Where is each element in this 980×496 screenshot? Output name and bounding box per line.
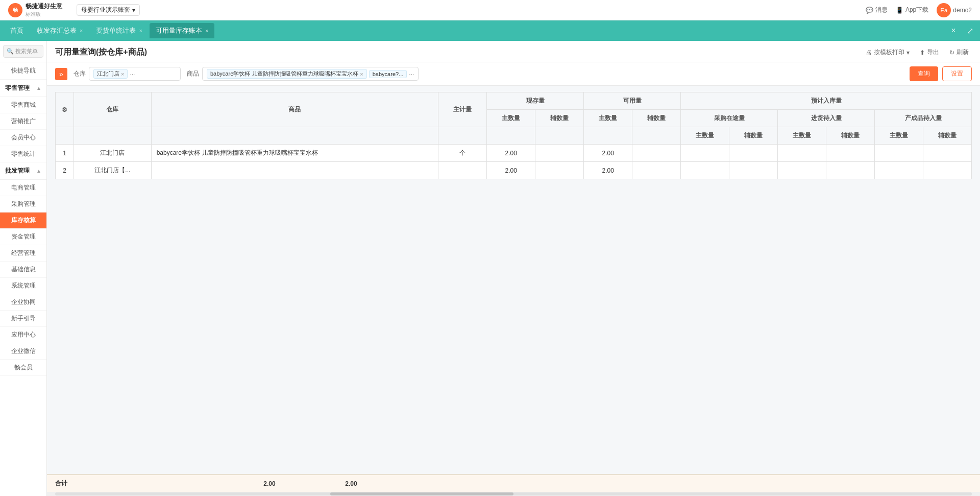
cell-index: 1 (56, 145, 74, 162)
refresh-btn[interactable]: ↻ 刷新 (946, 47, 972, 58)
store-label: 母婴行业演示账套 (81, 6, 130, 14)
th-empty1 (56, 127, 74, 145)
print-btn[interactable]: 🖨 按模板打印 ▾ (863, 47, 913, 58)
sidebar-item-system[interactable]: 系统管理 (0, 278, 46, 294)
sidebar-search-btn[interactable]: 🔍 搜索菜单 (3, 45, 43, 58)
product-filter-group: 商品 babycare学饮杯 儿童防摔防撞吸管杯重力球吸嘴杯宝宝水杯 × bab… (187, 67, 419, 81)
tab-yaohuo-label: 要货单统计表 (96, 26, 136, 35)
footer-stock-total: 2.00 (249, 480, 290, 487)
tab-home[interactable]: 首页 (4, 26, 30, 35)
th-prod-main: 主数量 (875, 127, 923, 145)
product-filter-tag2: babycare?... (369, 70, 407, 78)
th-avail-aux: 辅数量 (632, 110, 681, 127)
cell-incoming-main (778, 162, 826, 179)
cell-avail-aux (632, 145, 681, 162)
store-selector[interactable]: 母婴行业演示账套 ▾ (77, 4, 140, 16)
table-row: 1 江北门店 babycare学饮杯 儿童防摔防撞吸管杯重力球吸嘴杯宝宝水杯 个… (56, 145, 972, 162)
sidebar-item-enterprise[interactable]: 企业协同 (0, 294, 46, 311)
th-available: 可用量 (584, 92, 681, 110)
user-menu[interactable]: Ea demo2 (937, 3, 972, 17)
product-filter-input[interactable]: babycare学饮杯 儿童防摔防撞吸管杯重力球吸嘴杯宝宝水杯 × babyca… (202, 67, 419, 81)
scroll-track[interactable] (55, 492, 972, 495)
product-more[interactable]: ··· (409, 70, 414, 78)
tab-bar-actions: × ⤢ (947, 25, 976, 37)
sidebar-item-purchase[interactable]: 采购管理 (0, 196, 46, 212)
query-btn[interactable]: 查询 (910, 66, 938, 81)
sidebar-section-retail-label: 零售管理 (5, 84, 30, 92)
th-empty6 (535, 127, 584, 145)
refresh-icon: ↻ (949, 49, 954, 56)
scroll-thumb[interactable] (330, 492, 513, 495)
th-warehouse: 仓库 (74, 92, 152, 127)
tab-close-all-btn[interactable]: × (947, 25, 960, 37)
page-header: 可用量查询(按仓库+商品) 🖨 按模板打印 ▾ ⬆ 导出 ↻ 刷新 (47, 41, 980, 62)
sidebar-item-retail-mall[interactable]: 零售商城 (0, 97, 46, 113)
export-label: 导出 (927, 48, 939, 57)
tab-keyongliang[interactable]: 可用量库存账本 × (150, 23, 214, 38)
th-purchase-main: 主数量 (681, 127, 729, 145)
top-bar: 畅 畅捷通好生意 标准版 母婴行业演示账套 ▾ 💬 消息 📱 App下载 Ea … (0, 0, 980, 20)
sidebar-item-member[interactable]: 会员中心 (0, 130, 46, 146)
product-tag1-close[interactable]: × (360, 71, 363, 77)
th-empty7 (584, 127, 632, 145)
cell-purchase-aux (729, 145, 778, 162)
sidebar-section-wholesale-arrow: ▲ (36, 168, 41, 174)
sidebar-item-marketing[interactable]: 营销推广 (0, 113, 46, 130)
cell-avail-main: 2.00 (584, 145, 632, 162)
tab-expand-btn[interactable]: ⤢ (964, 25, 976, 37)
sidebar-item-finance[interactable]: 资金管理 (0, 229, 46, 245)
avatar: Ea (937, 3, 951, 17)
sidebar-item-appstore[interactable]: 应用中心 (0, 327, 46, 343)
th-unit: 主计量 (438, 92, 487, 127)
app-download-btn[interactable]: 📱 App下载 (896, 6, 928, 14)
th-planned-in: 预计入库量 (681, 92, 972, 110)
cell-prod-aux (923, 162, 971, 179)
product-tag2-value: babycare?... (373, 71, 404, 77)
cell-purchase-aux (729, 162, 778, 179)
sidebar-item-newbie[interactable]: 新手引导 (0, 311, 46, 327)
print-icon: 🖨 (866, 49, 872, 56)
warehouse-tag-close[interactable]: × (121, 71, 124, 77)
th-checkbox[interactable]: ⚙ (56, 92, 74, 127)
tab-yaohuo-close[interactable]: × (139, 28, 142, 34)
brand-name: 畅捷通好生意 (26, 2, 62, 11)
sidebar-section-wholesale[interactable]: 批发管理 ▲ (0, 162, 46, 180)
cell-stock-main: 2.00 (487, 162, 535, 179)
sidebar-section-retail[interactable]: 零售管理 ▲ (0, 80, 46, 97)
sidebar-item-ecommerce[interactable]: 电商管理 (0, 180, 46, 196)
tab-yaohuo[interactable]: 要货单统计表 × (90, 23, 148, 38)
warehouse-more[interactable]: ··· (130, 70, 135, 78)
brand-logo: 畅 畅捷通好生意 标准版 (8, 2, 62, 18)
sidebar-item-quick-nav[interactable]: 快捷导航 (0, 62, 46, 80)
sidebar-item-wechat[interactable]: 企业微信 (0, 343, 46, 360)
top-bar-left: 畅 畅捷通好生意 标准版 母婴行业演示账套 ▾ (8, 2, 140, 18)
expand-filter-btn[interactable]: » (55, 68, 67, 80)
tab-keyongliang-close[interactable]: × (205, 28, 208, 34)
th-stock-main: 主数量 (487, 110, 535, 127)
sidebar-item-retail-stats[interactable]: 零售统计 (0, 146, 46, 162)
scroll-bar-area (47, 492, 980, 496)
app-icon: 📱 (896, 7, 903, 14)
cell-product (151, 162, 438, 179)
sidebar-item-member2[interactable]: 畅会员 (0, 360, 46, 376)
cell-prod-main (875, 145, 923, 162)
page-title: 可用量查询(按仓库+商品) (55, 47, 147, 58)
tab-shoufacun-close[interactable]: × (80, 28, 83, 34)
cell-incoming-aux (826, 162, 875, 179)
sidebar-item-basic-info[interactable]: 基础信息 (0, 262, 46, 278)
th-incoming-aux: 辅数量 (826, 127, 875, 145)
tab-shoufacun[interactable]: 收发存汇总表 × (31, 23, 89, 38)
brand-icon: 畅 (8, 3, 22, 17)
content-area: 可用量查询(按仓库+商品) 🖨 按模板打印 ▾ ⬆ 导出 ↻ 刷新 » (47, 41, 980, 496)
warehouse-filter-input[interactable]: 江北门店 × ··· (89, 67, 181, 81)
cell-product: babycare学饮杯 儿童防摔防撞吸管杯重力球吸嘴杯宝宝水杯 (151, 145, 438, 162)
tab-bar: 首页 收发存汇总表 × 要货单统计表 × 可用量库存账本 × × ⤢ (0, 20, 980, 41)
sidebar-item-operations[interactable]: 经营管理 (0, 245, 46, 262)
message-btn[interactable]: 💬 消息 (866, 6, 888, 14)
th-empty3 (151, 127, 438, 145)
export-btn[interactable]: ⬆ 导出 (917, 47, 942, 58)
th-stock-aux: 辅数量 (535, 110, 584, 127)
settings-btn[interactable]: 设置 (942, 66, 972, 81)
store-dropdown-icon: ▾ (132, 7, 135, 14)
sidebar-item-inventory[interactable]: 库存核算 (0, 212, 46, 229)
